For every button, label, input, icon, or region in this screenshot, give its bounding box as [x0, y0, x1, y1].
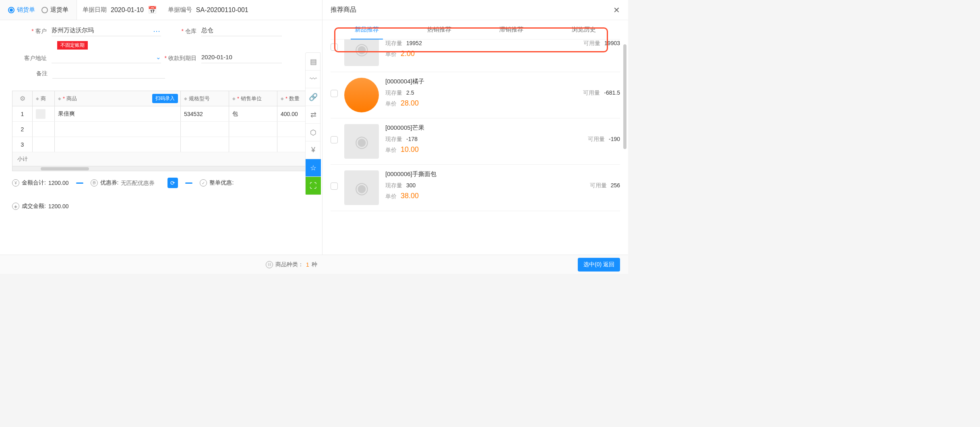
sales-form-panel: 销货单 退货单 单据日期 2020-01-10 📅 单据编号 SA-202001…: [0, 0, 322, 274]
row-unit[interactable]: 包: [229, 106, 277, 121]
recommend-panel: 推荐商品 ✕ 新品推荐 热销推荐 滞销推荐 浏览历史 ◉ 250ml 现存量19…: [322, 0, 628, 274]
list-item: ◉ [0000006]手撕面包 现存量300 可用量256 单价38.00: [331, 165, 620, 211]
list-item: [0000004]橘子 现存量2.5 可用量-681.5 单价28.00: [331, 72, 620, 118]
remark-label: 备注: [12, 70, 52, 77]
doc-date-label: 单据日期: [83, 6, 107, 14]
total-amount: ¥ 金额合计: 1200.00: [12, 179, 69, 187]
doc-date-value[interactable]: 2020-01-10: [111, 6, 144, 14]
gear-icon: ⚙: [20, 95, 25, 102]
side-toolbar: ▤ 〰 🔗 ⇄ ⬡ ¥ ☆ ⛶: [305, 52, 320, 195]
tab-history[interactable]: 浏览历史: [548, 20, 620, 39]
item-name: [0000004]橘子: [385, 78, 620, 85]
table-row[interactable]: 2: [12, 122, 310, 137]
row-spec[interactable]: 534532: [181, 106, 229, 121]
deal-amount: ◈ 成交金额: 1200.00: [12, 203, 69, 210]
radio-sales[interactable]: 销货单: [8, 6, 35, 14]
duedate-input[interactable]: 2020-01-10: [201, 54, 282, 63]
sort-icon: ◆: [184, 97, 187, 100]
col-product[interactable]: ◆*商品扫码录入: [55, 91, 181, 106]
minus-icon: [185, 182, 192, 184]
scan-button[interactable]: 扫码录入: [152, 94, 178, 103]
close-icon[interactable]: ✕: [613, 5, 620, 15]
item-name: [0000006]手撕面包: [385, 170, 620, 178]
discount-icon: ✓: [200, 179, 207, 187]
radio-icon: [41, 7, 48, 13]
items-grid-wrap: ⚙ ◆商 ◆*商品扫码录入 ◆规格型号 ◆*销售单位 ◆*数量 1 果倍爽 53…: [0, 91, 322, 171]
star-icon[interactable]: ☆: [306, 159, 321, 177]
calendar-icon[interactable]: 📅: [148, 6, 157, 15]
col-settings[interactable]: ⚙: [12, 91, 33, 106]
shield-icon[interactable]: ⬡: [306, 124, 321, 141]
select-return-button[interactable]: 选中(0) 返回: [578, 258, 620, 272]
col-img[interactable]: ◆商: [33, 91, 55, 106]
h-scrollbar[interactable]: [12, 166, 310, 171]
doc-no-label: 单据编号: [168, 6, 192, 14]
kind-value: 1: [306, 261, 309, 268]
item-checkbox[interactable]: [331, 90, 338, 97]
coupon-icon: 券: [91, 179, 98, 187]
whole-discount: ✓ 整单优惠:: [200, 179, 234, 187]
radio-sales-label: 销货单: [17, 6, 35, 14]
doc-icon[interactable]: ▤: [306, 53, 321, 70]
v-scrollbar[interactable]: [623, 44, 626, 149]
product-image: ◉: [344, 170, 379, 205]
kind-label: 商品种类：: [275, 261, 304, 268]
remark-input[interactable]: [52, 69, 165, 79]
chevron-down-icon: ⌄: [156, 54, 161, 61]
warehouse-input[interactable]: 总仓: [201, 27, 282, 36]
table-row[interactable]: 3: [12, 137, 310, 152]
tab-slow[interactable]: 滞销推荐: [476, 20, 548, 39]
product-image: ◉: [344, 124, 379, 159]
tab-hot[interactable]: 热销推荐: [403, 20, 476, 39]
kind-icon: ☷: [266, 261, 273, 268]
col-spec[interactable]: ◆规格型号: [181, 91, 229, 106]
tab-new[interactable]: 新品推荐: [331, 20, 403, 39]
address-select[interactable]: ⌄: [52, 54, 161, 63]
items-grid: ⚙ ◆商 ◆*商品扫码录入 ◆规格型号 ◆*销售单位 ◆*数量 1 果倍爽 53…: [12, 91, 310, 171]
list-item: ◉ [0000005]芒果 现存量-178 可用量-190 单价10.00: [331, 118, 620, 165]
expand-icon[interactable]: ⛶: [306, 177, 321, 195]
col-qty[interactable]: ◆*数量: [277, 91, 310, 106]
row-qty[interactable]: 400.00: [277, 106, 310, 121]
more-icon[interactable]: ⋯: [153, 27, 161, 35]
row-index: 1: [12, 106, 33, 121]
yen-icon: ¥: [12, 179, 19, 187]
item-info: [0000006]手撕面包 现存量300 可用量256 单价38.00: [385, 170, 620, 200]
customer-label: *客户: [12, 28, 52, 35]
item-info: [0000005]芒果 现存量-178 可用量-190 单价10.00: [385, 124, 620, 154]
exchange-icon[interactable]: ⇄: [306, 106, 321, 124]
col-unit[interactable]: ◆*销售单位: [229, 91, 277, 106]
currency-icon[interactable]: ¥: [306, 141, 321, 159]
totals-bar: ¥ 金额合计: 1200.00 券 优惠券: ⟳ ✓ 整单优惠: ◈ 成交金额:…: [0, 171, 322, 216]
product-image: [344, 78, 379, 112]
item-checkbox[interactable]: [331, 136, 338, 143]
list-item: ◉ 250ml 现存量19952 可用量19903 单价2.00: [331, 39, 620, 72]
sort-icon: ◆: [232, 97, 236, 100]
row-name[interactable]: 果倍爽: [55, 106, 181, 121]
item-checkbox[interactable]: [331, 182, 338, 190]
item-name: [0000005]芒果: [385, 124, 620, 132]
address-label: 客户地址: [12, 55, 52, 62]
grid-header: ⚙ ◆商 ◆*商品扫码录入 ◆规格型号 ◆*销售单位 ◆*数量: [12, 91, 310, 106]
warehouse-label: *仓库: [161, 28, 201, 35]
link-icon[interactable]: 🔗: [306, 88, 321, 106]
radio-return[interactable]: 退货单: [41, 6, 68, 14]
table-row[interactable]: 1 果倍爽 534532 包 400.00: [12, 106, 310, 122]
panel-header: 推荐商品 ✕: [323, 0, 628, 20]
coupon-input[interactable]: [121, 180, 165, 186]
recommend-list[interactable]: ◉ 250ml 现存量19952 可用量19903 单价2.00 [000000…: [323, 39, 628, 257]
customer-input[interactable]: 苏州万达沃尔玛 ⋯: [52, 27, 161, 36]
sort-icon: ◆: [36, 97, 39, 100]
radio-icon: [8, 7, 14, 13]
chart-icon[interactable]: 〰: [306, 70, 321, 88]
footer-bar: ☷ 商品种类： 1 种 选中(0) 返回: [0, 255, 628, 274]
doc-no-field: 单据编号 SA-20200110-001: [162, 6, 254, 14]
header-row: 销货单 退货单 单据日期 2020-01-10 📅 单据编号 SA-202001…: [0, 0, 322, 20]
duedate-label: *收款到期日: [161, 55, 201, 62]
panel-title: 推荐商品: [331, 6, 356, 14]
radio-return-label: 退货单: [50, 6, 68, 14]
kind-suffix: 种: [312, 261, 317, 268]
item-checkbox[interactable]: [331, 44, 338, 51]
item-info: [0000004]橘子 现存量2.5 可用量-681.5 单价28.00: [385, 78, 620, 108]
refresh-button[interactable]: ⟳: [167, 178, 178, 188]
